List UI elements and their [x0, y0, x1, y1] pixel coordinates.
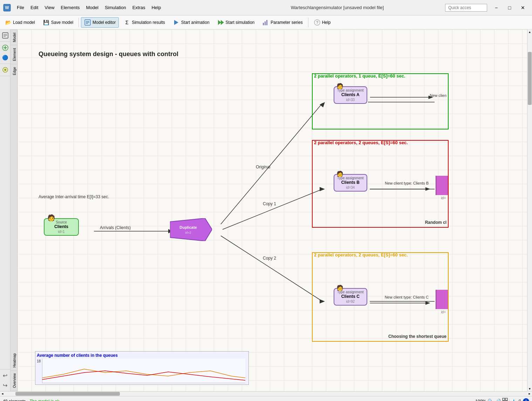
- type-node-clients-a[interactable]: 🧑 Type assignment Clients A id=33: [334, 86, 367, 104]
- tab-element[interactable]: Element: [11, 45, 17, 64]
- scenario-title-orange: 2 parallel operators, 2 queues, E[S]=60 …: [314, 252, 408, 258]
- new-client-b-label: New client type: Clients B: [385, 181, 429, 185]
- scenario-box-orange: 2 parallel operators, 2 queues, E[S]=60 …: [312, 252, 449, 342]
- choosing-shortest-label: Choosing the shortest queue: [388, 334, 446, 339]
- start-simulation-button[interactable]: Start simulation: [214, 17, 258, 28]
- svg-text:?: ?: [316, 20, 318, 25]
- svg-rect-47: [505, 398, 507, 400]
- quick-access-input[interactable]: [445, 4, 487, 12]
- purple-node-b[interactable]: [436, 176, 448, 195]
- save-model-button[interactable]: 💾 Save model: [40, 17, 76, 28]
- source-node-icon: 🧑: [47, 214, 55, 222]
- load-model-button[interactable]: 📂 Load model: [1, 17, 38, 28]
- menu-elements[interactable]: Elements: [58, 4, 82, 12]
- chart-y-label: 18: [37, 359, 41, 363]
- copy2-label: Copy 2: [263, 256, 276, 261]
- start-animation-button[interactable]: Start animation: [170, 17, 213, 28]
- svg-rect-10: [265, 21, 266, 25]
- menu-extras[interactable]: Extras: [130, 4, 148, 12]
- zoom-fit-icon[interactable]: [502, 398, 508, 401]
- element-add-icon[interactable]: [1, 43, 10, 52]
- chart-box: Average number of clients in the queues …: [35, 351, 249, 385]
- help-button[interactable]: ? Help: [311, 17, 334, 28]
- bottom-area: ◄ ► 48 elements, The model is ok. 100% 🔍…: [0, 391, 532, 401]
- id-b-label: id=: [441, 196, 446, 200]
- maximize-button[interactable]: □: [503, 3, 516, 13]
- tab-overview[interactable]: Overview: [11, 370, 17, 391]
- svg-marker-8: [221, 20, 224, 25]
- zoom-in-icon[interactable]: 🔎: [495, 399, 501, 401]
- svg-line-27: [223, 189, 322, 229]
- menu-file[interactable]: File: [14, 4, 27, 12]
- undo-button[interactable]: ↩: [1, 371, 10, 380]
- save-model-icon: 💾: [43, 19, 50, 26]
- simulation-results-button[interactable]: Σ Simulation results: [120, 17, 168, 28]
- tab-model[interactable]: Model: [11, 29, 17, 45]
- horizontal-scrollbar: ◄ ►: [0, 391, 532, 396]
- purple-node-c[interactable]: [436, 290, 448, 309]
- scroll-left-button[interactable]: ◄: [0, 392, 5, 396]
- canvas-area[interactable]: Queueing system design - queues with con…: [18, 29, 527, 391]
- close-button[interactable]: ✕: [517, 3, 529, 13]
- chart-title: Average number of clients in the queues: [37, 353, 247, 358]
- zoom-out-icon[interactable]: 🔍: [487, 399, 493, 401]
- parameter-series-button[interactable]: Parameter series: [259, 17, 306, 28]
- scenario-title-green: 2 parallel operators, 1 queue, E[S]=60 s…: [314, 73, 405, 79]
- window-title: Warteschlangensimulator [unsaved model f…: [230, 5, 445, 10]
- toolbar-separator-1: [79, 18, 79, 27]
- tab-heatmap[interactable]: Heatmap: [11, 350, 17, 371]
- toolbar: 📂 Load model 💾 Save model Model editor Σ…: [0, 15, 532, 29]
- model-editor-icon: [84, 19, 91, 26]
- menu-model[interactable]: Model: [83, 4, 101, 12]
- simulation-results-icon: Σ: [123, 19, 130, 26]
- type-node-clients-c[interactable]: 🧑 Type assignment Clients C id=92: [334, 288, 367, 306]
- original-label: Original: [256, 165, 270, 169]
- scroll-track[interactable]: [527, 34, 532, 386]
- hscroll-track[interactable]: [5, 392, 527, 396]
- type-node-clients-b[interactable]: 🧑 Type assignment Clients B id=34: [334, 174, 367, 192]
- status-icons: 100% 🔍 🔎 📊 🖨 i: [475, 398, 529, 401]
- menu-edit[interactable]: Edit: [28, 4, 41, 12]
- menu-help[interactable]: Help: [149, 4, 164, 12]
- info-icon[interactable]: i: [523, 398, 529, 401]
- inter-arrival-label: Average Inter-arrival time E[I]=33 sec.: [39, 194, 109, 199]
- menu-view[interactable]: View: [42, 4, 57, 12]
- minimize-button[interactable]: −: [490, 3, 503, 13]
- model-editor-button[interactable]: Model editor: [81, 17, 119, 28]
- chart-icon[interactable]: 📊: [509, 399, 515, 401]
- redo-button[interactable]: ↪: [1, 381, 10, 390]
- app-icon: W: [3, 4, 11, 12]
- svg-text:id=2: id=2: [185, 231, 191, 234]
- menu-bar: File Edit View Elements Model Simulation…: [14, 4, 230, 12]
- duplicate-node[interactable]: Duplicate id=2: [170, 218, 212, 241]
- svg-text:Duplicate: Duplicate: [179, 225, 197, 229]
- menu-simulation[interactable]: Simulation: [102, 4, 129, 12]
- scroll-thumb[interactable]: [528, 52, 532, 105]
- edge-icon[interactable]: [1, 65, 10, 74]
- element-icon[interactable]: 🔵: [1, 53, 10, 62]
- scroll-up-button[interactable]: ▲: [527, 29, 532, 34]
- svg-marker-7: [218, 20, 221, 25]
- hscroll-thumb[interactable]: [15, 392, 120, 396]
- source-node[interactable]: 🧑 Source Clients id=1: [44, 218, 79, 236]
- print-icon[interactable]: 🖨: [517, 399, 521, 401]
- svg-rect-11: [266, 20, 267, 25]
- parameter-series-icon: [262, 19, 269, 26]
- scenario-title-red: 2 parallel operators, 2 queues, E[S]=60 …: [314, 140, 408, 145]
- element-count: 48 elements,: [3, 399, 27, 401]
- id-c-label: id=: [441, 310, 446, 314]
- scroll-right-button[interactable]: ►: [527, 392, 532, 396]
- start-simulation-icon: [217, 19, 224, 26]
- chart-svg: [42, 359, 245, 383]
- connector-svg: [18, 29, 527, 391]
- scroll-down-button[interactable]: ▼: [527, 386, 532, 391]
- zoom-level: 100%: [475, 399, 486, 401]
- svg-marker-40: [425, 187, 430, 191]
- svg-marker-42: [425, 301, 430, 305]
- model-icon[interactable]: [1, 31, 10, 40]
- copy1-label: Copy 1: [263, 201, 276, 206]
- scenario-box-green: 2 parallel operators, 1 queue, E[S]=60 s…: [312, 73, 449, 129]
- titlebar: W File Edit View Elements Model Simulati…: [0, 0, 532, 15]
- load-model-icon: 📂: [5, 19, 12, 26]
- tab-edge[interactable]: Edge: [11, 64, 17, 78]
